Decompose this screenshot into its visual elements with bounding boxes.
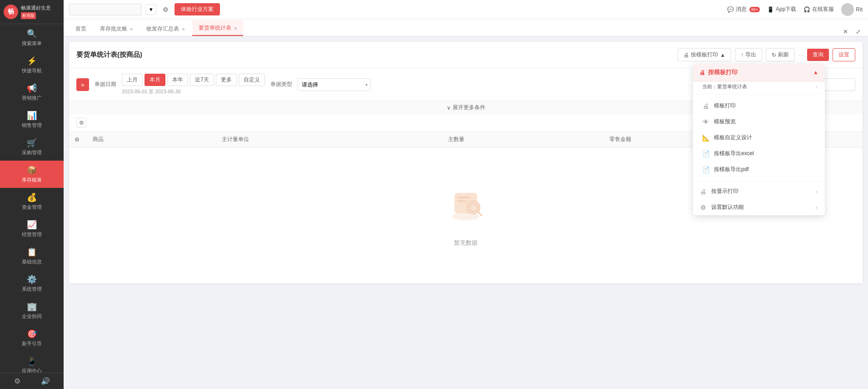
table-settings-btn[interactable]: ⚙: [76, 118, 86, 128]
dropdown-chevron-icon[interactable]: ▲: [813, 69, 818, 76]
more-icon[interactable]: ···: [798, 51, 803, 58]
finance-icon: 💰: [27, 192, 37, 202]
sidebar-item-label: 快捷导航: [22, 67, 42, 74]
sidebar-item-purchase[interactable]: 🛒 采购管理: [0, 133, 64, 161]
sidebar-item-sales[interactable]: 📊 销售管理: [0, 106, 64, 133]
refresh-btn[interactable]: ↻ 刷新: [766, 48, 795, 61]
dropdown-item-export-excel-label: 按模板导出excel: [714, 150, 754, 157]
export-pdf-icon: 📄: [702, 166, 709, 173]
sidebar-item-finance[interactable]: 💰 资金管理: [0, 188, 64, 215]
sidebar-item-appcenter[interactable]: 📱 应用中心: [0, 352, 64, 373]
dropdown-item-template-preview[interactable]: 👁 模板预览: [693, 114, 825, 130]
sidebar-logo: 畅 畅康通好生意 标准版: [0, 0, 64, 24]
user-label: Rit: [856, 6, 863, 13]
tab-order-stats-close[interactable]: ×: [234, 25, 237, 31]
tab-order-stats[interactable]: 要货单统计表 ×: [192, 20, 243, 36]
set-default-icon: ⚙: [699, 204, 707, 211]
export-btn-label: 导出: [745, 51, 756, 59]
expand-more-text: 展开更多条件: [453, 104, 485, 111]
settings-bottom-btn[interactable]: ⚙: [14, 377, 20, 385]
prev-month-btn[interactable]: 上月: [122, 74, 143, 86]
sidebar-item-enterprise[interactable]: 🏢 企业协同: [0, 297, 64, 324]
empty-icon: [445, 184, 486, 233]
avatar: [841, 3, 854, 16]
export-btn[interactable]: ↑ 导出: [735, 48, 762, 61]
sidebar-item-newguide[interactable]: 🎯 新手引导: [0, 324, 64, 352]
current-year-btn[interactable]: 本年: [167, 74, 188, 86]
app-download-icon: 📱: [767, 6, 774, 13]
sidebar-item-shortcut[interactable]: ⚡ 快捷导航: [0, 51, 64, 79]
dropdown-sub-display-left: 🖨 按显示打印: [699, 187, 738, 195]
date-buttons-group: 上月 本月 本年 近7天 更多 自定义 2023-06-01 至 2023-06…: [122, 74, 265, 95]
custom-date-btn[interactable]: 自定义: [239, 74, 265, 86]
empty-state-text: 暂无数据: [454, 239, 478, 247]
dropdown-item-export-pdf[interactable]: 📄 按模板导出pdf: [693, 162, 825, 177]
window-maximize-btn[interactable]: ⤢: [853, 27, 863, 36]
app-download-btn[interactable]: 📱 App下载: [767, 5, 796, 13]
topbar: ▾ ⚙ 体验行业方案 💬 消息 99+ 📱 App下载 🎧 在线客服 Rit: [64, 0, 868, 19]
online-service-btn[interactable]: 🎧 在线客服: [803, 5, 834, 13]
operation-icon: 📈: [27, 220, 37, 230]
svg-line-6: [478, 212, 482, 216]
display-print-arrow: ›: [816, 188, 818, 195]
sidebar-nav: 🔍 搜索菜单 ⚡ 快捷导航 📢 营销推广 📊 销售管理 🛒 采购管理 📦 库存核…: [0, 24, 64, 373]
dropdown-current-item: 当前：要货单统计表 ›: [693, 81, 825, 92]
sidebar-item-operation[interactable]: 📈 经营管理: [0, 215, 64, 242]
marketing-icon: 📢: [27, 83, 37, 93]
filter-expand-btn[interactable]: »: [76, 78, 89, 91]
more-date-btn[interactable]: 更多: [216, 74, 237, 86]
query-btn[interactable]: 查询: [807, 49, 829, 61]
date-buttons-row: 上月 本月 本年 近7天 更多 自定义: [122, 74, 265, 86]
tab-receipts-summary-close[interactable]: ×: [182, 26, 185, 32]
sidebar-item-system[interactable]: ⚙️ 系统管理: [0, 270, 64, 297]
appcenter-icon: 📱: [27, 356, 37, 366]
speaker-bottom-btn[interactable]: 🔊: [41, 377, 50, 385]
topbar-dropdown-btn[interactable]: ▾: [145, 4, 156, 15]
sidebar-item-search[interactable]: 🔍 搜索菜单: [0, 24, 64, 51]
topbar-search-input[interactable]: [69, 4, 142, 15]
dropdown-sub-set-default[interactable]: ⚙ 设置默认功能 ›: [693, 199, 825, 215]
sidebar-item-label: 搜索菜单: [22, 40, 42, 47]
messages-badge: 99+: [749, 7, 760, 12]
sidebar-bottom: ⚙ 🔊: [0, 373, 64, 389]
settings-btn[interactable]: 设置: [833, 48, 855, 61]
tab-inventory-batch-close[interactable]: ×: [130, 26, 133, 32]
messages-btn[interactable]: 💬 消息 99+: [727, 5, 760, 13]
dropdown-item-template-custom[interactable]: 📐 模板自定义设计: [693, 130, 825, 146]
dropdown-item-export-excel[interactable]: 📄 按模板导出excel: [693, 146, 825, 162]
dropdown-header: 🖨 按模板打印 ▲: [693, 64, 825, 81]
message-icon: 💬: [727, 6, 734, 13]
sidebar-item-basic[interactable]: 📋 基础信息: [0, 242, 64, 270]
sidebar-item-label: 经营管理: [22, 231, 42, 238]
export-icon: ↑: [741, 52, 743, 58]
purchase-icon: 🛒: [27, 138, 37, 148]
experience-btn[interactable]: 体验行业方案: [175, 3, 220, 15]
print-btn[interactable]: 🖨 按模板打印 ▲: [678, 48, 731, 61]
tab-receipts-summary-label: 收发存汇总表: [146, 25, 179, 33]
date-filter-label: 单据日期: [95, 81, 116, 88]
sidebar-item-label: 营销推广: [22, 95, 42, 101]
sidebar-item-inventory[interactable]: 📦 库存核算: [0, 161, 64, 188]
topbar-gear-icon[interactable]: ⚙: [160, 4, 171, 15]
tab-inventory-batch[interactable]: 库存批次账 ×: [94, 21, 139, 36]
tab-home-label: 首页: [75, 25, 86, 33]
sales-icon: 📊: [27, 111, 37, 121]
current-month-btn[interactable]: 本月: [145, 74, 165, 86]
tab-home[interactable]: 首页: [69, 21, 93, 36]
dropdown-sub-display-print[interactable]: 🖨 按显示打印 ›: [693, 183, 825, 199]
window-close-btn[interactable]: ✕: [841, 27, 850, 36]
logo-name: 畅康通好生意: [21, 5, 51, 11]
template-preview-icon: 👁: [702, 118, 709, 126]
page-title: 要货单统计表(按商品): [76, 51, 142, 59]
sidebar: 畅 畅康通好生意 标准版 🔍 搜索菜单 ⚡ 快捷导航 📢 营销推广 📊 销售管理…: [0, 0, 64, 389]
last-7-days-btn[interactable]: 近7天: [190, 74, 214, 86]
tab-receipts-summary[interactable]: 收发存汇总表 ×: [140, 21, 191, 36]
svg-rect-3: [457, 200, 466, 202]
sidebar-item-marketing[interactable]: 📢 营销推广: [0, 79, 64, 106]
dropdown-current-arrow: ›: [816, 84, 818, 90]
type-select[interactable]: 请选择: [298, 78, 370, 91]
newguide-icon: 🎯: [27, 329, 37, 339]
dropdown-item-template-print[interactable]: 🖨 模板打印: [693, 98, 825, 114]
user-avatar[interactable]: Rit: [841, 3, 863, 16]
tabs-bar: 首页 库存批次账 × 收发存汇总表 × 要货单统计表 × ✕ ⤢: [64, 19, 868, 36]
